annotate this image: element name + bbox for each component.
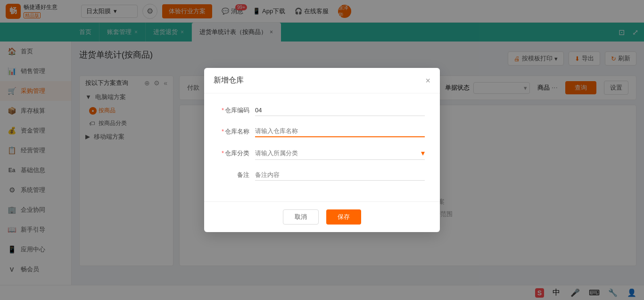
modal-header: 新增仓库 × — [204, 68, 440, 93]
form-row-name: 仓库名称 — [219, 125, 425, 137]
warehouse-category-wrapper: ▾ — [255, 147, 425, 160]
remark-input[interactable] — [255, 169, 425, 181]
remark-label: 备注 — [219, 171, 249, 179]
warehouse-category-input[interactable] — [255, 150, 421, 157]
warehouse-name-input[interactable] — [255, 125, 425, 137]
modal-title: 新增仓库 — [214, 75, 244, 85]
cancel-button[interactable]: 取消 — [283, 209, 319, 225]
warehouse-code-label: 仓库编码 — [219, 106, 249, 115]
modal-close-button[interactable]: × — [425, 76, 430, 85]
modal-overlay: 新增仓库 × 仓库编码 仓库名称 仓库分类 ▾ — [0, 0, 644, 300]
category-dropdown-icon[interactable]: ▾ — [421, 149, 425, 158]
form-row-remark: 备注 — [219, 169, 425, 181]
save-button[interactable]: 保存 — [326, 209, 361, 225]
modal-body: 仓库编码 仓库名称 仓库分类 ▾ 备注 — [204, 93, 440, 201]
new-warehouse-modal: 新增仓库 × 仓库编码 仓库名称 仓库分类 ▾ — [204, 68, 440, 232]
warehouse-category-label: 仓库分类 — [219, 149, 249, 158]
warehouse-code-input[interactable] — [255, 105, 425, 116]
form-row-category: 仓库分类 ▾ — [219, 147, 425, 160]
modal-footer: 取消 保存 — [204, 201, 440, 232]
warehouse-name-label: 仓库名称 — [219, 127, 249, 136]
form-row-code: 仓库编码 — [219, 105, 425, 116]
